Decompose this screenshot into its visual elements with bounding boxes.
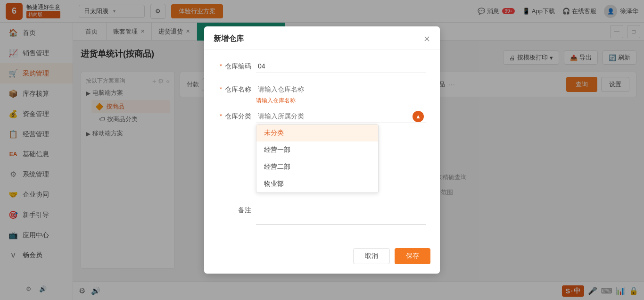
name-required-star: *: [220, 85, 222, 93]
dialog-body: * 仓库编码 * 仓库名称 请输入仓库名称 *: [204, 50, 440, 243]
dropdown-option-dept2[interactable]: 经营二部: [256, 158, 378, 175]
category-input[interactable]: [256, 109, 426, 123]
form-row-code: * 仓库编码: [218, 59, 426, 73]
dropdown-option-dept1[interactable]: 经营一部: [256, 142, 378, 158]
category-label: * 仓库分类: [218, 109, 256, 121]
name-error-message: 请输入仓库名称: [256, 97, 296, 105]
code-label: * 仓库编码: [218, 59, 256, 71]
dialog-title: 新增仓库: [214, 34, 244, 44]
form-row-remark: 备注: [218, 203, 426, 225]
overlay: 新增仓库 ✕ * 仓库编码 * 仓库名称 请输入仓库名称: [0, 0, 644, 300]
category-dropdown-arrow[interactable]: ▲: [413, 111, 424, 122]
cancel-button[interactable]: 取消: [353, 248, 390, 264]
dropdown-option-property[interactable]: 物业部: [256, 175, 378, 192]
remark-textarea[interactable]: [256, 203, 426, 225]
form-row-name: * 仓库名称 请输入仓库名称: [218, 83, 426, 96]
name-label: * 仓库名称: [218, 83, 256, 94]
warehouse-code-input[interactable]: [256, 59, 426, 73]
remark-label: 备注: [218, 203, 256, 215]
warehouse-name-input[interactable]: [256, 83, 426, 96]
category-select-wrapper: ▲ 未分类 经营一部 经营二部 物业部: [256, 109, 426, 123]
dialog-close-button[interactable]: ✕: [423, 35, 430, 43]
category-required-star: *: [220, 112, 222, 120]
dialog-header: 新增仓库 ✕: [204, 26, 440, 50]
dropdown-option-uncategorized[interactable]: 未分类: [256, 125, 378, 142]
new-warehouse-dialog: 新增仓库 ✕ * 仓库编码 * 仓库名称 请输入仓库名称: [204, 26, 440, 274]
dialog-footer: 取消 保存: [204, 243, 440, 274]
save-button[interactable]: 保存: [395, 248, 430, 264]
code-required-star: *: [220, 62, 222, 70]
category-dropdown-list: 未分类 经营一部 经营二部 物业部: [256, 124, 379, 193]
form-row-category: * 仓库分类 ▲ 未分类 经营一部 经营二部: [218, 109, 426, 123]
